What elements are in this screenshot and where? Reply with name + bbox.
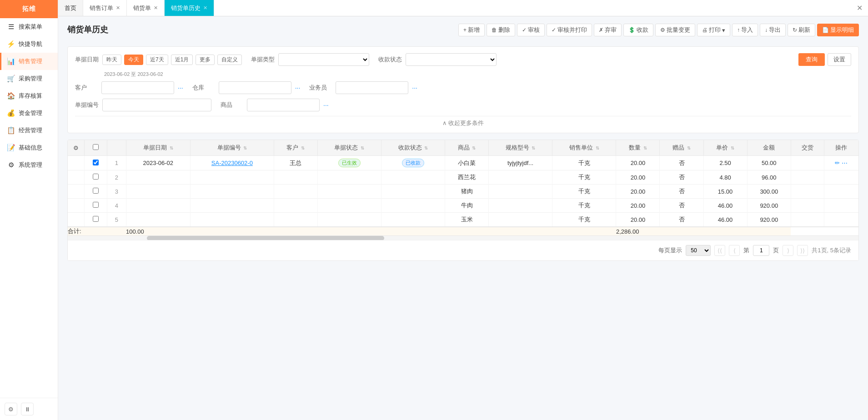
filter-goods-label: 商品 — [221, 101, 243, 109]
import-button[interactable]: ↑ 导入 — [732, 24, 758, 36]
th-goods[interactable]: 商品 ⇅ — [445, 140, 488, 156]
pag-last-btn[interactable]: ⟩⟩ — [797, 245, 808, 256]
sidebar-pause-btn[interactable]: ⏸ — [21, 403, 34, 415]
row-checkbox[interactable] — [93, 188, 99, 194]
collapse-more-btn[interactable]: ∧ 收起更多条件 — [75, 116, 851, 128]
sidebar-settings-btn[interactable]: ⚙ — [5, 403, 17, 415]
pag-prev-btn[interactable]: ⟨ — [729, 245, 740, 256]
action-edit[interactable]: ✏ — [835, 160, 840, 166]
sidebar-item-finance[interactable]: 💰 资金管理 — [0, 105, 58, 122]
th-settings[interactable]: ⚙ — [68, 140, 84, 156]
sidebar-item-operations[interactable]: 📋 经营管理 — [0, 122, 58, 139]
tab-sales-goods-close[interactable]: ✕ — [154, 5, 158, 11]
sidebar-item-basic-info[interactable]: 📝 基础信息 — [0, 139, 58, 156]
row-checkbox[interactable] — [93, 160, 99, 165]
collect-button[interactable]: 💲 收款 — [623, 24, 653, 36]
doc-type-select[interactable] — [278, 53, 369, 66]
td-check[interactable] — [84, 156, 107, 170]
batch-change-button[interactable]: ⚙ 批量变更 — [655, 24, 695, 36]
show-detail-button[interactable]: 📄 显示明细 — [817, 24, 859, 36]
date-btn-more[interactable]: 更多 — [196, 55, 215, 65]
totals-label: 合计: — [68, 227, 126, 235]
pag-next-btn[interactable]: ⟩ — [783, 245, 793, 256]
row-checkbox[interactable] — [93, 202, 99, 208]
td-price: 4.80 — [703, 170, 747, 185]
goods-dots-icon[interactable]: ··· — [323, 101, 329, 109]
date-btn-custom[interactable]: 自定义 — [217, 55, 242, 65]
sidebar-item-sales-mgmt[interactable]: 📊 销售管理 — [0, 53, 58, 70]
td-check[interactable] — [84, 213, 107, 227]
audit-print-button[interactable]: ✓ 审核并打印 — [547, 24, 592, 36]
td-row-num: 3 — [107, 185, 126, 199]
tab-sales-history[interactable]: 销货单历史 ✕ — [165, 0, 214, 16]
content-area: 销货单历史 + 新增 🗑 删除 ✓ 审核 ✓ 审核并打印 — [58, 16, 868, 420]
table-row: 3 猪肉 千克 20.00 否 15.00 300.00 — [68, 185, 858, 199]
td-doc-status — [317, 185, 381, 199]
sidebar-item-quick-nav[interactable]: ⚡ 快捷导航 — [0, 35, 58, 53]
td-doc-no — [191, 199, 274, 213]
tab-home[interactable]: 首页 — [58, 0, 83, 16]
tab-bar-close-all[interactable]: ✕ — [851, 4, 868, 12]
refresh-button[interactable]: ↻ 刷新 — [788, 24, 815, 36]
sidebar-item-purchase-mgmt[interactable]: 🛒 采购管理 — [0, 70, 58, 87]
filter-row-3: 单据编号 商品 ··· — [75, 99, 851, 111]
staff-input[interactable] — [336, 81, 408, 94]
goods-input[interactable] — [247, 99, 320, 111]
select-all-checkbox[interactable] — [93, 144, 99, 150]
new-button[interactable]: + 新增 — [458, 24, 485, 36]
sort-paystatus-icon: ⇅ — [424, 145, 428, 150]
th-date[interactable]: 单据日期 ⇅ — [126, 140, 191, 156]
td-check[interactable] — [84, 185, 107, 199]
th-pay-status[interactable]: 收款状态 ⇅ — [381, 140, 445, 156]
td-check[interactable] — [84, 199, 107, 213]
sidebar-item-system-mgmt[interactable]: ⚙ 系统管理 — [0, 156, 58, 174]
warehouse-dots-icon[interactable]: ··· — [295, 84, 301, 91]
td-actions — [824, 185, 858, 199]
per-page-select[interactable]: 50 100 200 — [686, 245, 711, 256]
tab-sales-goods[interactable]: 销货单 ✕ — [127, 0, 165, 16]
payment-status-select[interactable] — [406, 53, 497, 66]
export-button[interactable]: ↓ 导出 — [760, 24, 786, 36]
query-button[interactable]: 查询 — [798, 53, 825, 66]
sidebar-item-inventory[interactable]: 🏠 库存核算 — [0, 87, 58, 105]
warehouse-input[interactable] — [219, 81, 291, 94]
date-btn-1month[interactable]: 近1月 — [171, 55, 193, 65]
action-more[interactable]: ⋯ — [842, 160, 848, 166]
th-customer[interactable]: 客户 ⇅ — [274, 140, 317, 156]
tab-sales-order-close[interactable]: ✕ — [116, 5, 120, 11]
date-btn-yesterday[interactable]: 昨天 — [102, 55, 121, 65]
th-spec[interactable]: 规格型号 ⇅ — [489, 140, 552, 156]
scrollbar-thumb[interactable] — [147, 236, 384, 240]
customer-input[interactable] — [101, 81, 174, 94]
td-qty: 20.00 — [616, 156, 660, 170]
date-btn-today[interactable]: 今天 — [124, 55, 143, 65]
filter-payment-status: 收款状态 — [378, 53, 497, 66]
delete-button[interactable]: 🗑 删除 — [487, 24, 515, 36]
filter-row-2: 客户 ··· 仓库 ··· 业务员 ··· — [75, 81, 851, 94]
print-button[interactable]: 🖨 打印 ▾ — [697, 24, 730, 36]
td-customer — [274, 199, 317, 213]
th-unit[interactable]: 销售单位 ⇅ — [552, 140, 616, 156]
audit-button[interactable]: ✓ 审核 — [517, 24, 545, 36]
doc-no-input[interactable] — [102, 99, 211, 111]
th-doc-no[interactable]: 单据编号 ⇅ — [191, 140, 274, 156]
sidebar-item-search-menu[interactable]: ☰ 搜索菜单 — [0, 18, 58, 35]
staff-dots-icon[interactable]: ··· — [412, 84, 417, 91]
th-qty[interactable]: 数量 ⇅ — [616, 140, 660, 156]
horizontal-scrollbar[interactable] — [68, 235, 858, 240]
pag-first-btn[interactable]: ⟨⟨ — [714, 245, 725, 256]
row-checkbox[interactable] — [93, 216, 99, 222]
th-gift[interactable]: 赠品 ⇅ — [660, 140, 703, 156]
abandon-button[interactable]: ✗ 弃审 — [594, 24, 622, 36]
th-price[interactable]: 单价 ⇅ — [703, 140, 747, 156]
tab-sales-history-close[interactable]: ✕ — [203, 5, 207, 11]
tab-sales-order[interactable]: 销售订单 ✕ — [83, 0, 127, 16]
settings-button[interactable]: 设置 — [828, 53, 851, 66]
customer-dots-icon[interactable]: ··· — [178, 84, 183, 91]
date-btn-7days[interactable]: 近7天 — [146, 55, 168, 65]
pag-page-input[interactable] — [753, 245, 769, 256]
row-checkbox[interactable] — [93, 174, 99, 180]
td-doc-no[interactable]: SA-20230602-0 — [191, 156, 274, 170]
td-check[interactable] — [84, 170, 107, 185]
th-doc-status[interactable]: 单据状态 ⇅ — [317, 140, 381, 156]
